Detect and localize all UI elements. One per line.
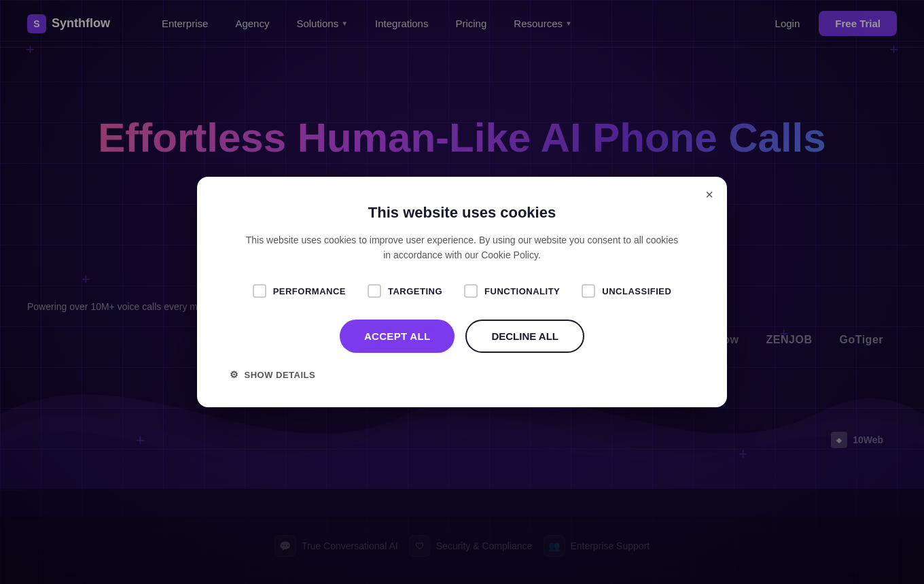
cookie-option-functionality[interactable]: FUNCTIONALITY: [464, 284, 560, 298]
accept-all-button[interactable]: ACCEPT ALL: [340, 320, 455, 353]
cookie-option-unclassified[interactable]: UNCLASSIFIED: [582, 284, 671, 298]
cookie-modal: × This website uses cookies This website…: [197, 177, 727, 408]
show-details-container: ⚙ SHOW DETAILS: [230, 369, 694, 380]
cookie-option-targeting[interactable]: TARGETING: [368, 284, 442, 298]
performance-label: PERFORMANCE: [273, 286, 346, 296]
cookie-modal-description: This website uses cookies to improve use…: [230, 233, 694, 263]
functionality-label: FUNCTIONALITY: [484, 286, 560, 296]
cookie-option-performance[interactable]: PERFORMANCE: [253, 284, 346, 298]
modal-close-button[interactable]: ×: [705, 188, 713, 201]
modal-buttons: ACCEPT ALL DECLINE ALL: [230, 320, 694, 353]
cookie-modal-title: This website uses cookies: [230, 204, 694, 222]
targeting-checkbox[interactable]: [368, 284, 381, 298]
unclassified-checkbox[interactable]: [582, 284, 595, 298]
unclassified-label: UNCLASSIFIED: [602, 286, 671, 296]
show-details-button[interactable]: ⚙ SHOW DETAILS: [230, 369, 315, 380]
performance-checkbox[interactable]: [253, 284, 266, 298]
decline-all-button[interactable]: DECLINE ALL: [465, 320, 584, 353]
modal-overlay[interactable]: × This website uses cookies This website…: [0, 0, 924, 584]
cookie-options: PERFORMANCE TARGETING FUNCTIONALITY UNCL…: [230, 284, 694, 298]
targeting-label: TARGETING: [388, 286, 442, 296]
functionality-checkbox[interactable]: [464, 284, 478, 298]
gear-icon: ⚙: [230, 369, 239, 380]
show-details-label: SHOW DETAILS: [245, 370, 316, 380]
